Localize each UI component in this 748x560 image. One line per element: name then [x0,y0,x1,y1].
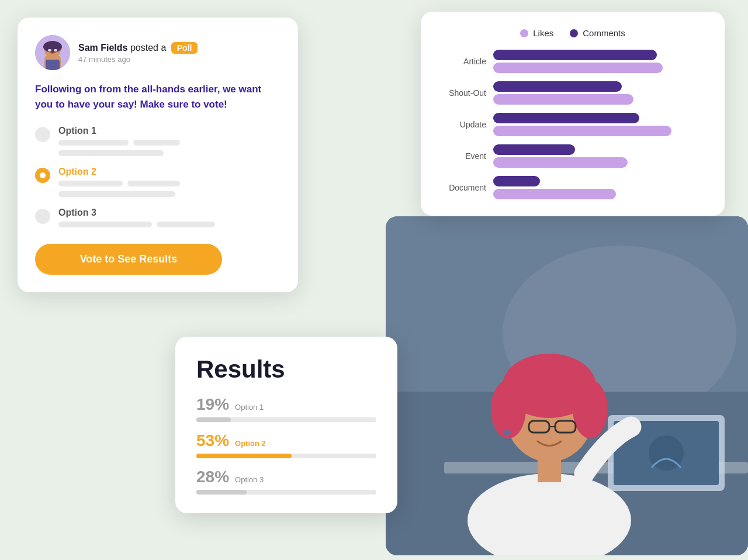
option-line [58,191,175,197]
poll-options: Option 1 Option 2 [35,126,280,227]
chart-row-shoutout: Shout-Out [439,81,706,105]
chart-label-article: Article [439,57,486,66]
result-bar-bg-2 [196,454,376,458]
chart-label-event: Event [439,151,486,161]
author-name: Sam Fields [78,43,127,53]
result-bar-fill-2 [196,454,292,458]
results-title: Results [196,355,376,383]
document-comments-bar [493,176,540,186]
chart-row-event: Event [439,144,706,168]
svg-point-16 [504,429,511,436]
likes-dot [520,29,528,37]
option-line [157,222,215,227]
chart-bars-shoutout [493,81,706,105]
author-line: Sam Fields posted a Poll [78,42,198,54]
result-item-2: 53% Option 2 [196,431,376,458]
chart-row-update: Update [439,113,706,136]
poll-meta: Sam Fields posted a Poll 47 minutes ago [78,42,198,64]
chart-label-document: Document [439,183,486,192]
result-item-1: 19% Option 1 [196,395,376,422]
option-line [133,140,180,146]
poll-option-1[interactable]: Option 1 [35,126,280,156]
option-label-1: Option 1 [58,126,280,136]
poll-card: Sam Fields posted a Poll 47 minutes ago … [18,18,298,292]
comments-dot [570,29,578,37]
poll-option-2[interactable]: Option 2 [35,167,280,197]
chart-label-shoutout: Shout-Out [439,88,486,98]
comments-label: Comments [583,28,625,38]
option-line [58,181,123,186]
chart-bars-article [493,50,706,73]
poll-question: Following on from the all-hands earlier,… [35,82,280,112]
result-name-3: Option 3 [235,475,264,484]
result-row-1: 19% Option 1 [196,395,376,414]
option-radio-1[interactable] [35,127,50,142]
option-radio-2[interactable] [35,168,50,183]
article-likes-bar [493,63,663,73]
option-line [58,150,164,156]
option-line [58,140,129,146]
svg-rect-15 [538,459,561,482]
result-percent-2: 53% [196,431,229,450]
shoutout-comments-bar [493,81,622,92]
svg-rect-22 [48,49,51,51]
result-bar-bg-3 [196,490,376,495]
result-name-1: Option 1 [235,403,264,412]
poll-option-3[interactable]: Option 3 [35,208,280,227]
poll-header: Sam Fields posted a Poll 47 minutes ago [35,35,280,70]
photo-card [386,216,748,555]
results-items: 19% Option 1 53% Option 2 [196,395,376,495]
photo-image [386,216,748,555]
svg-point-19 [43,41,62,53]
result-percent-1: 19% [196,395,229,414]
option-line [58,222,152,227]
chart-row-document: Document [439,176,706,199]
result-bar-fill-1 [196,417,231,422]
event-comments-bar [493,144,575,155]
option-content-1: Option 1 [58,126,280,156]
option-content-2: Option 2 [58,167,280,197]
results-card: Results 19% Option 1 53% Option 2 [175,337,397,513]
result-row-3: 28% Option 3 [196,468,376,486]
svg-rect-23 [54,49,57,51]
option-lines-1 [58,140,280,156]
option-label-3: Option 3 [58,208,215,218]
vote-button[interactable]: Vote to See Results [35,244,222,275]
option-lines-2 [58,181,280,197]
chart-rows: Article Shout-Out Update [439,50,706,199]
svg-rect-21 [46,60,60,70]
update-likes-bar [493,126,671,136]
chart-row-article: Article [439,50,706,73]
option-lines-3 [58,222,215,227]
option-radio-3[interactable] [35,209,50,224]
result-name-2: Option 2 [235,439,266,448]
chart-bars-event [493,144,706,168]
result-percent-3: 28% [196,468,229,486]
result-item-3: 28% Option 3 [196,468,376,495]
avatar [35,35,70,70]
option-label-2: Option 2 [58,167,280,177]
article-comments-bar [493,50,657,60]
legend-comments: Comments [570,28,625,38]
scene: Sam Fields posted a Poll 47 minutes ago … [0,0,748,560]
chart-legend: Likes Comments [439,28,706,38]
poll-badge: Poll [171,42,198,54]
chart-card: Likes Comments Article Shout-Out [421,12,725,216]
event-likes-bar [493,157,628,168]
timestamp: 47 minutes ago [78,55,198,64]
update-comments-bar [493,113,639,123]
chart-label-update: Update [439,120,486,129]
result-bar-fill-3 [196,490,247,495]
svg-point-11 [573,380,608,438]
option-content-3: Option 3 [58,208,215,227]
option-line [127,181,180,186]
legend-likes: Likes [520,28,553,38]
posted-text: posted a [130,43,166,53]
chart-bars-document [493,176,706,199]
result-row-2: 53% Option 2 [196,431,376,450]
likes-label: Likes [533,28,553,38]
shoutout-likes-bar [493,94,633,105]
chart-bars-update [493,113,706,136]
document-likes-bar [493,189,616,199]
result-bar-bg-1 [196,417,376,422]
